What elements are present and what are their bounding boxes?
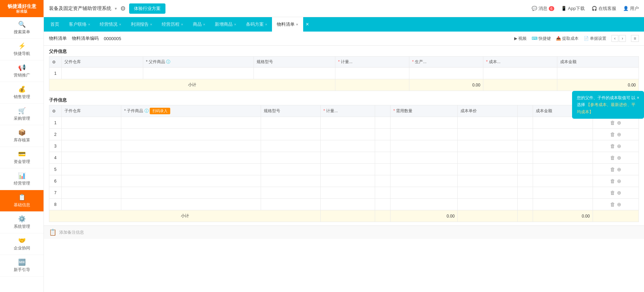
parent-row-cost[interactable]: [483, 68, 557, 79]
sidebar-item-system[interactable]: ⚙️系统管理: [0, 212, 44, 233]
child-row-spec[interactable]: [261, 140, 320, 152]
child-row-unit[interactable]: [321, 199, 375, 210]
child-row-unit-cost[interactable]: [458, 199, 517, 210]
copy-icon[interactable]: ⊕: [617, 120, 621, 126]
child-row-warehouse[interactable]: [62, 187, 121, 199]
video-action[interactable]: ▶ 视频: [514, 36, 527, 42]
shortcut-action[interactable]: ⌨ 快捷键: [532, 36, 551, 42]
child-row-unit-cost[interactable]: [458, 117, 517, 129]
sidebar-item-guide[interactable]: 🆕新手引导: [0, 255, 44, 277]
child-row-unit-cost[interactable]: [458, 129, 517, 140]
child-row-unit-cost[interactable]: [458, 187, 517, 199]
child-row-product[interactable]: [121, 199, 261, 210]
child-row-warehouse[interactable]: [62, 199, 121, 210]
child-row-warehouse[interactable]: [62, 129, 121, 140]
app-download-item[interactable]: 📱 App下载: [561, 5, 585, 12]
sidebar-item-search[interactable]: 🔍搜索菜单: [0, 17, 44, 39]
sidebar-item-basic_info[interactable]: 📋基础信息: [0, 190, 44, 212]
child-row-spec[interactable]: [261, 175, 320, 187]
nav-tab-home[interactable]: 首页: [46, 17, 64, 32]
child-row-warehouse[interactable]: [62, 164, 121, 175]
cost-action[interactable]: 📥 提取成本: [556, 36, 579, 42]
child-row-amount[interactable]: [533, 152, 593, 164]
child-row-unit[interactable]: [321, 152, 375, 164]
delete-icon[interactable]: 🗑: [610, 166, 615, 173]
child-row-unit-cost[interactable]: [458, 140, 517, 152]
child-row-quantity[interactable]: [391, 187, 458, 199]
child-row-unit[interactable]: [321, 140, 375, 152]
nav-tab-new_products[interactable]: 新增商品 ×: [210, 17, 241, 32]
delete-icon[interactable]: 🗑: [610, 131, 615, 138]
child-row-product[interactable]: [121, 175, 261, 187]
sidebar-item-collab[interactable]: 🤝企业协同: [0, 233, 44, 255]
child-row-product[interactable]: [121, 187, 261, 199]
child-row-product[interactable]: [121, 129, 261, 140]
delete-icon[interactable]: 🗑: [610, 178, 615, 184]
child-row-quantity[interactable]: [391, 199, 458, 210]
child-row-amount[interactable]: [533, 175, 593, 187]
child-row-product[interactable]: [121, 117, 261, 129]
child-row-amount[interactable]: [533, 129, 593, 140]
parent-row-amount[interactable]: [557, 68, 639, 79]
nav-tab-operations[interactable]: 经营情况 ×: [95, 17, 126, 32]
child-row-warehouse[interactable]: [62, 140, 121, 152]
child-product-info-icon[interactable]: ⓘ: [145, 108, 149, 113]
sidebar-item-finance[interactable]: 💳资金管理: [0, 147, 44, 168]
settings-icon[interactable]: ⚙: [120, 5, 126, 12]
child-row-warehouse[interactable]: [62, 117, 121, 129]
child-row-unit[interactable]: [321, 117, 375, 129]
copy-icon[interactable]: ⊕: [617, 178, 621, 184]
nav-tab-close-new_products[interactable]: ×: [234, 22, 236, 26]
parent-row-unit[interactable]: [335, 68, 409, 79]
nav-tab-bom[interactable]: 物料清单 ×: [272, 17, 303, 32]
child-row-unit[interactable]: [321, 129, 375, 140]
online-service-item[interactable]: 🎧 在线客服: [592, 5, 616, 12]
child-row-spec[interactable]: [261, 117, 320, 129]
sidebar-item-marketing[interactable]: 📢营销推广: [0, 60, 44, 82]
nav-tab-close-operations[interactable]: ×: [119, 22, 121, 26]
scan-button[interactable]: 扫码录入: [150, 108, 170, 114]
child-row-warehouse[interactable]: [62, 175, 121, 187]
copy-icon[interactable]: ⊕: [617, 143, 621, 149]
nav-tab-close-profit[interactable]: ×: [150, 22, 152, 26]
delete-icon[interactable]: 🗑: [610, 143, 615, 149]
parent-product-info-icon[interactable]: ⓘ: [166, 59, 170, 64]
child-row-product[interactable]: [121, 140, 261, 152]
single-doc-action[interactable]: 📄 单据设置: [584, 36, 606, 42]
nav-tab-close-barcode[interactable]: ×: [265, 22, 267, 26]
child-row-unit-cost[interactable]: [458, 175, 517, 187]
child-row-unit[interactable]: [321, 164, 375, 175]
child-row-product[interactable]: [121, 152, 261, 164]
child-row-amount[interactable]: [533, 187, 593, 199]
child-row-unit[interactable]: [321, 175, 375, 187]
experience-button[interactable]: 体验行业方案: [129, 3, 165, 14]
system-dropdown-icon[interactable]: ▾: [115, 6, 117, 11]
parent-row-warehouse[interactable]: [62, 68, 143, 79]
add-note-text[interactable]: 添加备注信息: [59, 230, 84, 235]
child-row-quantity[interactable]: [391, 152, 458, 164]
child-row-quantity[interactable]: [391, 129, 458, 140]
sidebar-item-operations_mgmt[interactable]: 📊经营管理: [0, 168, 44, 190]
child-row-unit-cost[interactable]: [458, 164, 517, 175]
next-button[interactable]: ›: [619, 35, 626, 42]
copy-icon[interactable]: ⊕: [617, 166, 621, 173]
nav-close-all[interactable]: ×: [303, 21, 312, 27]
view-toggle-button[interactable]: ≡: [631, 35, 639, 42]
child-row-unit-cost[interactable]: [458, 152, 517, 164]
child-row-quantity[interactable]: [391, 140, 458, 152]
child-row-spec[interactable]: [261, 164, 320, 175]
child-row-amount[interactable]: [533, 199, 593, 210]
copy-icon[interactable]: ⊕: [617, 190, 621, 196]
parent-row-product[interactable]: [143, 68, 253, 79]
user-item[interactable]: 👤 用户: [623, 5, 639, 12]
delete-icon[interactable]: 🗑: [610, 120, 615, 126]
child-row-product[interactable]: [121, 164, 261, 175]
delete-icon[interactable]: 🗑: [610, 155, 615, 161]
child-row-warehouse[interactable]: [62, 152, 121, 164]
nav-tab-customers[interactable]: 客户联络 ×: [64, 17, 95, 32]
sidebar-item-quicknav[interactable]: ⚡快捷导航: [0, 39, 44, 60]
child-row-spec[interactable]: [261, 152, 320, 164]
child-row-unit[interactable]: [321, 187, 375, 199]
copy-icon[interactable]: ⊕: [617, 201, 621, 208]
parent-row-production[interactable]: [409, 68, 483, 79]
